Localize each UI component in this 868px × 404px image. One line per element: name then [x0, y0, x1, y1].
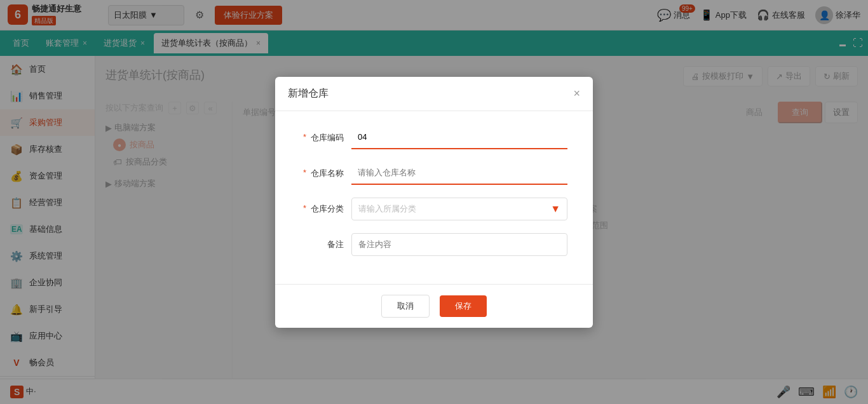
modal-close-icon[interactable]: × [573, 87, 580, 100]
add-warehouse-modal: 新增仓库 × 仓库编码 仓库名称 仓库分类 请输入所属分类 ▼ [275, 77, 593, 328]
remark-label: 备注 [301, 239, 351, 250]
save-button[interactable]: 保存 [440, 295, 487, 317]
form-row-code: 仓库编码 [301, 126, 567, 149]
remark-input[interactable] [351, 233, 567, 256]
category-dropdown-icon: ▼ [550, 203, 560, 215]
code-input[interactable] [351, 126, 567, 149]
form-row-remark: 备注 [301, 233, 567, 256]
form-row-name: 仓库名称 [301, 162, 567, 185]
name-label: 仓库名称 [301, 168, 351, 179]
category-label: 仓库分类 [301, 203, 351, 215]
name-input[interactable] [351, 162, 567, 185]
code-label: 仓库编码 [301, 132, 351, 144]
modal-header: 新增仓库 × [275, 77, 593, 111]
form-row-category: 仓库分类 请输入所属分类 ▼ [301, 198, 567, 220]
modal-overlay: 新增仓库 × 仓库编码 仓库名称 仓库分类 请输入所属分类 ▼ [0, 0, 868, 404]
modal-body: 仓库编码 仓库名称 仓库分类 请输入所属分类 ▼ 备注 [275, 111, 593, 284]
modal-footer: 取消 保存 [275, 284, 593, 328]
category-select[interactable]: 请输入所属分类 ▼ [351, 198, 567, 220]
modal-title: 新增仓库 [288, 87, 329, 100]
cancel-button[interactable]: 取消 [381, 295, 430, 318]
